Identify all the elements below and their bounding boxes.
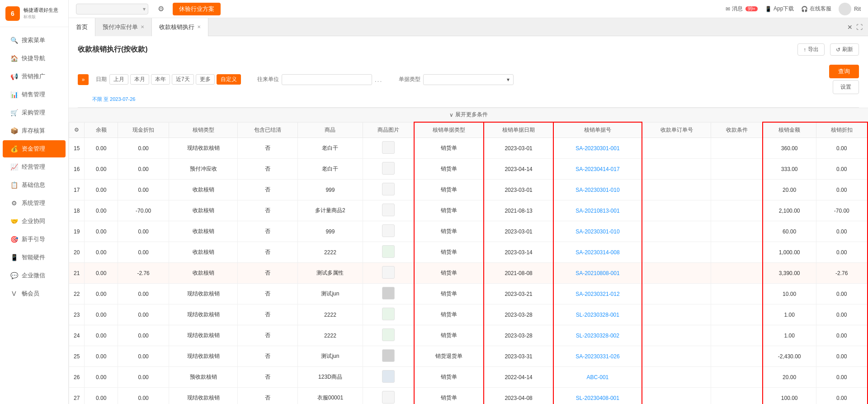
notification-area[interactable]: ✉ 消息 99+ <box>726 5 758 13</box>
tab-prepay-close-icon[interactable]: ✕ <box>141 24 144 29</box>
query-group: 查询 设置 <box>829 65 859 94</box>
sidebar-item-wechat[interactable]: 💬 企业微信 <box>3 267 66 284</box>
row-write-discount: 0.00 <box>816 346 868 367</box>
expand-bar: ∨ 展开更多条件 <box>69 108 868 122</box>
online-service-link[interactable]: 🎧 在线客服 <box>801 5 831 13</box>
row-settled: 否 <box>238 284 298 304</box>
sidebar-item-purchase[interactable]: 🛒 采购管理 <box>3 104 66 121</box>
tab-fullscreen-icon[interactable]: ⛶ <box>856 24 863 31</box>
row-id: 27 <box>69 388 85 404</box>
row-settled: 否 <box>238 346 298 367</box>
row-order-no <box>642 367 711 388</box>
date-range-display: 不限 至 2023-07-26 <box>92 96 859 103</box>
row-settled: 否 <box>238 304 298 325</box>
row-discount: 0.00 <box>118 159 169 180</box>
row-product-img <box>363 367 414 388</box>
row-doc-no: SA-20230301-010 <box>553 180 642 200</box>
row-amount: 333.00 <box>763 159 816 180</box>
th-writeoff-type: 核销类型 <box>169 122 238 138</box>
last-month-btn[interactable]: 上月 <box>109 74 128 85</box>
tab-home[interactable]: 首页 <box>69 18 95 36</box>
tabbar: 首页 预付冲应付单 ✕ 收款核销执行 ✕ ✕ ⛶ <box>69 18 868 36</box>
row-doc-date: 2023-03-28 <box>484 304 553 325</box>
sidebar-item-operation[interactable]: 📈 经营管理 <box>3 158 66 176</box>
row-balance: 0.00 <box>85 242 118 263</box>
filter-expand-btn[interactable]: » <box>78 74 89 85</box>
row-id: 20 <box>69 242 85 263</box>
row-doc-no: SA-20230321-012 <box>553 284 642 304</box>
row-amount: 20.00 <box>763 180 816 200</box>
doctype-select[interactable]: ▾ <box>423 74 514 85</box>
sidebar-item-finance[interactable]: 💰 资金管理 <box>3 140 66 157</box>
sidebar-item-guide[interactable]: 🎯 新手引导 <box>3 231 66 248</box>
row-product: 2222 <box>298 304 363 325</box>
th-product-img: 商品图片 <box>363 122 414 138</box>
product-image <box>382 224 395 237</box>
row-amount: 1,000.00 <box>763 242 816 263</box>
expand-conditions-btn[interactable]: ∨ 展开更多条件 <box>449 111 488 119</box>
row-doc-date: 2023-03-01 <box>484 180 553 200</box>
row-doc-type: 销货单 <box>414 325 484 346</box>
query-button[interactable]: 查询 <box>829 65 859 78</box>
sidebar-item-basic[interactable]: 📋 基础信息 <box>3 176 66 194</box>
row-settled: 否 <box>238 138 298 159</box>
sidebar-item-quicknav[interactable]: 🏠 快捷导航 <box>3 50 66 67</box>
product-image <box>382 370 395 383</box>
row-doc-no: SA-20230314-008 <box>553 242 642 263</box>
th-settled: 包含已结清 <box>238 122 298 138</box>
refresh-button[interactable]: ↺ 刷新 <box>830 43 859 56</box>
row-type: 预付冲应收 <box>169 159 238 180</box>
this-month-btn[interactable]: 本月 <box>130 74 149 85</box>
row-type: 现结收款核销 <box>169 138 238 159</box>
more-date-btn[interactable]: 更多 <box>196 74 215 85</box>
page-content: 收款核销执行(按收款) ↑ 导出 ↺ 刷新 » <box>69 36 868 404</box>
row-id: 17 <box>69 180 85 200</box>
export-button[interactable]: ↑ 导出 <box>797 43 825 56</box>
sidebar-item-member[interactable]: V 畅会员 <box>3 285 66 302</box>
dropdown-arrow[interactable]: ▾ <box>143 6 146 12</box>
row-balance: 0.00 <box>85 325 118 346</box>
megaphone-icon: 📢 <box>10 72 18 81</box>
sidebar-item-hardware[interactable]: 📱 智能硬件 <box>3 249 66 266</box>
product-image <box>382 287 395 299</box>
handshake-icon: 🤝 <box>10 217 18 225</box>
row-doc-date: 2023-04-14 <box>484 159 553 180</box>
this-year-btn[interactable]: 本年 <box>151 74 170 85</box>
row-doc-no: SL-20230328-002 <box>553 325 642 346</box>
sidebar-item-search[interactable]: 🔍 搜索菜单 <box>3 32 66 49</box>
sidebar-item-corp[interactable]: 🤝 企业协同 <box>3 213 66 230</box>
last7days-btn[interactable]: 近7天 <box>172 74 194 85</box>
sidebar-item-marketing[interactable]: 📢 营销推广 <box>3 68 66 85</box>
row-product: 999 <box>298 180 363 200</box>
tab-prepay[interactable]: 预付冲应付单 ✕ <box>95 18 152 36</box>
tab-close-all-icon[interactable]: ✕ <box>847 24 853 31</box>
row-product: 测试多属性 <box>298 263 363 284</box>
user-info[interactable]: Rit <box>839 3 861 15</box>
sidebar-item-system[interactable]: ⚙ 系统管理 <box>3 195 66 212</box>
app-download-link[interactable]: 📱 App下载 <box>765 5 794 13</box>
industry-solution-button[interactable]: 休验行业方案 <box>173 3 221 15</box>
row-discount: 0.00 <box>118 304 169 325</box>
money-icon: 💰 <box>10 145 18 153</box>
sidebar: 6 畅捷通谱好生意 标准版 🔍 搜索菜单 🏠 快捷导航 📢 营销推广 📊 销售管… <box>0 0 69 404</box>
sidebar-item-inventory[interactable]: 📦 库存核算 <box>3 122 66 139</box>
tab-writeoff[interactable]: 收款核销执行 ✕ <box>152 18 208 36</box>
sidebar-item-label: 搜索菜单 <box>22 36 45 44</box>
doctype-filter-group: 单据类型 ▾ <box>399 74 514 85</box>
search-input[interactable] <box>76 4 148 14</box>
sidebar-item-sales[interactable]: 📊 销售管理 <box>3 86 66 103</box>
row-settled: 否 <box>238 388 298 404</box>
custom-date-btn[interactable]: 自定义 <box>217 74 241 85</box>
row-balance: 0.00 <box>85 263 118 284</box>
filter-settings-button[interactable]: 设置 <box>833 80 859 94</box>
partner-input[interactable] <box>282 74 372 85</box>
row-order-no <box>642 304 711 325</box>
row-doc-date: 2023-03-14 <box>484 242 553 263</box>
tab-writeoff-close-icon[interactable]: ✕ <box>197 24 201 29</box>
row-balance: 0.00 <box>85 200 118 221</box>
row-product: 多计量商品2 <box>298 200 363 221</box>
row-doc-type: 销货单 <box>414 263 484 284</box>
th-settings[interactable]: ⚙ <box>69 122 85 138</box>
gear-settings-icon[interactable]: ⚙ <box>155 3 167 15</box>
partner-dots[interactable]: ... <box>375 76 383 83</box>
